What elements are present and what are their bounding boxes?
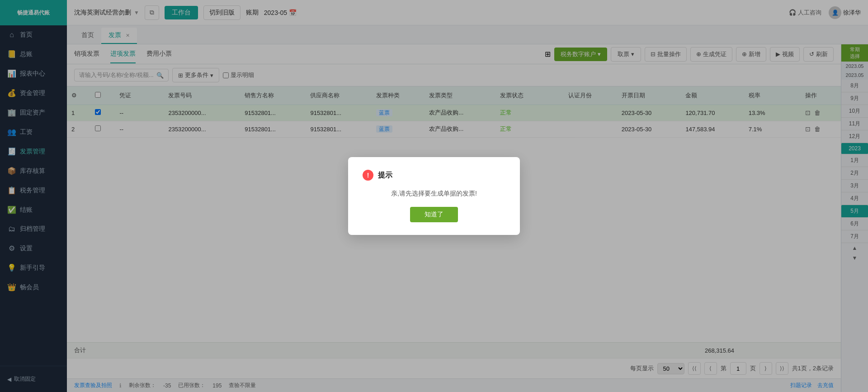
modal-warning-icon: ! <box>363 170 373 181</box>
modal-confirm-button[interactable]: 知道了 <box>410 207 458 222</box>
modal-dialog: ! 提示 亲,请先选择要生成单据的发票! 知道了 <box>348 157 520 235</box>
modal-message: 亲,请先选择要生成单据的发票! <box>363 190 505 198</box>
modal-title-row: ! 提示 <box>363 170 392 181</box>
modal-title: 提示 <box>378 171 392 180</box>
warning-exclamation: ! <box>367 172 369 179</box>
modal-overlay[interactable]: ! 提示 亲,请先选择要生成单据的发票! 知道了 <box>0 0 868 392</box>
